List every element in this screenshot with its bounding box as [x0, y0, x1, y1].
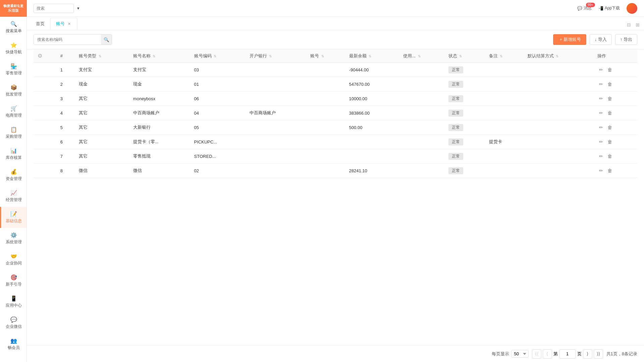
delete-button[interactable]: 🗑 — [606, 138, 614, 145]
tab-home[interactable]: 首页 — [30, 18, 50, 30]
edit-button[interactable]: ✏ — [597, 167, 605, 174]
sidebar-item-capital[interactable]: 💰 资金管理 — [0, 165, 26, 186]
add-account-label: + 新增账号 — [560, 37, 581, 43]
search-input[interactable] — [34, 35, 101, 45]
page-total: 共1页，8条记录 — [606, 351, 637, 357]
col-remark[interactable]: 备注 ⇅ — [485, 49, 524, 63]
import-button[interactable]: ↓ 导入 — [590, 34, 612, 45]
cell-action: ✏ 🗑 — [593, 149, 637, 164]
sidebar-item-retail[interactable]: 🏪 零售管理 — [0, 59, 26, 80]
logo: 畅捷通财生意 乐混版 — [0, 0, 27, 17]
topbar: ▾ 💬 消息 99+ 📲 App下载 — [27, 0, 644, 17]
per-page-select[interactable]: 50 10 20 100 — [511, 350, 529, 358]
tab-minimize-icon[interactable]: ⊟ — [626, 21, 632, 28]
sidebar-item-system[interactable]: ⚙️ 系统管理 — [0, 228, 26, 249]
sidebar-item-label: 系统管理 — [6, 239, 22, 245]
delete-button[interactable]: 🗑 — [606, 80, 614, 88]
cell-settings — [34, 149, 56, 164]
per-page-label: 每页显示 — [492, 351, 509, 357]
sidebar-item-purchase[interactable]: 📋 采购管理 — [0, 122, 26, 143]
topbar-dropdown[interactable]: ▾ — [77, 6, 79, 11]
cell-settings — [34, 77, 56, 92]
page-number-input[interactable] — [559, 349, 576, 359]
page-next-button[interactable]: ⟩ — [583, 349, 592, 359]
tab-accounts-close[interactable]: ✕ — [67, 21, 72, 26]
message-button[interactable]: 💬 消息 99+ — [577, 5, 592, 11]
status-badge: 正常 — [448, 81, 463, 88]
col-type[interactable]: 账号类型 ⇅ — [75, 49, 129, 63]
table-row: 6 其它 提货卡（零... PICKUPC... 正常 提货卡 ✏ 🗑 — [34, 135, 637, 149]
sidebar-item-search-menu[interactable]: 🔍 搜索菜单 — [0, 17, 26, 38]
toolbar: 🔍 + 新增账号 ↓ 导入 ↑ 导出 — [27, 30, 644, 49]
edit-button[interactable]: ✏ — [597, 66, 605, 73]
sidebar-item-enterprise-agreement[interactable]: 🤝 企业协同 — [0, 249, 26, 270]
col-name[interactable]: 账号名称 ⇅ — [129, 49, 190, 63]
tab-maximize-icon[interactable]: ⊞ — [635, 21, 641, 28]
cell-remark — [485, 63, 524, 77]
topbar-search-input[interactable] — [34, 4, 74, 13]
cell-balance: -90444.00 — [345, 63, 399, 77]
delete-button[interactable]: 🗑 — [606, 167, 614, 174]
cell-account — [306, 149, 345, 164]
delete-button[interactable]: 🗑 — [606, 153, 614, 160]
accounts-table: ⚙ # 账号类型 ⇅ 账号名称 ⇅ 账号编码 ⇅ 开户银行 ⇅ 账号 ⇅ 最新余… — [34, 49, 637, 178]
sidebar-item-app-center[interactable]: 📱 应用中心 — [0, 291, 26, 312]
col-settings[interactable]: ⚙ — [34, 49, 56, 63]
col-code[interactable]: 账号编码 ⇅ — [190, 49, 246, 63]
sidebar-item-label: 经营管理 — [6, 197, 22, 203]
cell-usage — [399, 135, 444, 149]
edit-button[interactable]: ✏ — [597, 95, 605, 102]
delete-button[interactable]: 🗑 — [606, 95, 614, 102]
tab-accounts[interactable]: 账号 ✕ — [50, 18, 77, 30]
export-button[interactable]: ↑ 导出 — [615, 34, 637, 45]
edit-button[interactable]: ✏ — [597, 138, 605, 145]
cell-type: 支付宝 — [75, 63, 129, 77]
add-account-button[interactable]: + 新增账号 — [553, 34, 586, 45]
delete-button[interactable]: 🗑 — [606, 109, 614, 117]
sidebar-item-label: 库存核算 — [6, 155, 22, 161]
cell-code: 04 — [190, 106, 246, 120]
edit-button[interactable]: ✏ — [597, 124, 605, 131]
cell-index: 3 — [56, 92, 75, 106]
table-row: 7 其它 零售抵现 STORED... 正常 ✏ 🗑 — [34, 149, 637, 164]
delete-button[interactable]: 🗑 — [606, 124, 614, 131]
sidebar-item-members[interactable]: 👥 畅会员 — [0, 334, 26, 355]
sidebar-item-basic-info[interactable]: 📝 基础信息 — [0, 207, 26, 228]
cell-usage — [399, 63, 444, 77]
search-button[interactable]: 🔍 — [101, 34, 112, 45]
cell-settings — [34, 63, 56, 77]
sidebar-item-quick-nav[interactable]: ⭐ 快捷导航 — [0, 38, 26, 59]
sidebar-item-ops[interactable]: 📈 经营管理 — [0, 186, 26, 207]
status-badge: 正常 — [448, 124, 463, 131]
status-badge: 正常 — [448, 66, 463, 73]
cell-status: 正常 — [444, 149, 485, 164]
cell-settlement — [524, 63, 593, 77]
edit-button[interactable]: ✏ — [597, 153, 605, 160]
sidebar-item-enterprise-wechat[interactable]: 💬 企业微信 — [0, 312, 26, 334]
delete-button[interactable]: 🗑 — [606, 66, 614, 73]
col-settlement[interactable]: 默认结算方式 ⇅ — [524, 49, 593, 63]
col-bank[interactable]: 开户银行 ⇅ — [246, 49, 307, 63]
col-status[interactable]: 状态 ⇅ — [444, 49, 485, 63]
page-first-button[interactable]: ⟨⟨ — [532, 349, 541, 359]
col-balance[interactable]: 最新余额 ⇅ — [345, 49, 399, 63]
page-last-button[interactable]: ⟩⟩ — [594, 349, 603, 359]
page-prev-button[interactable]: ⟨ — [543, 349, 552, 359]
sidebar-item-wholesale[interactable]: 📦 批发管理 — [0, 80, 26, 101]
sidebar-item-ecommerce[interactable]: 🛒 电商管理 — [0, 101, 26, 122]
cell-name: 提货卡（零... — [129, 135, 190, 149]
app-download-button[interactable]: 📲 App下载 — [598, 5, 620, 11]
pagination: 每页显示 50 10 20 100 ⟨⟨ ⟨ 第 页 ⟩ ⟩⟩ 共1页，8条记录 — [27, 345, 644, 362]
edit-button[interactable]: ✏ — [597, 109, 605, 117]
sidebar-item-new-guide[interactable]: 🎯 新手引导 — [0, 270, 26, 291]
cell-code: 02 — [190, 164, 246, 178]
edit-button[interactable]: ✏ — [597, 80, 605, 88]
capital-icon: 💰 — [10, 169, 17, 175]
col-usage[interactable]: 使用... ⇅ — [399, 49, 444, 63]
sidebar-item-label: 批发管理 — [6, 92, 22, 97]
tabs-right-icons: ⊟ ⊞ — [626, 21, 641, 30]
cell-usage — [399, 92, 444, 106]
sidebar-item-inventory[interactable]: 📊 库存核算 — [0, 143, 26, 165]
cell-remark — [485, 92, 524, 106]
col-account[interactable]: 账号 ⇅ — [306, 49, 345, 63]
